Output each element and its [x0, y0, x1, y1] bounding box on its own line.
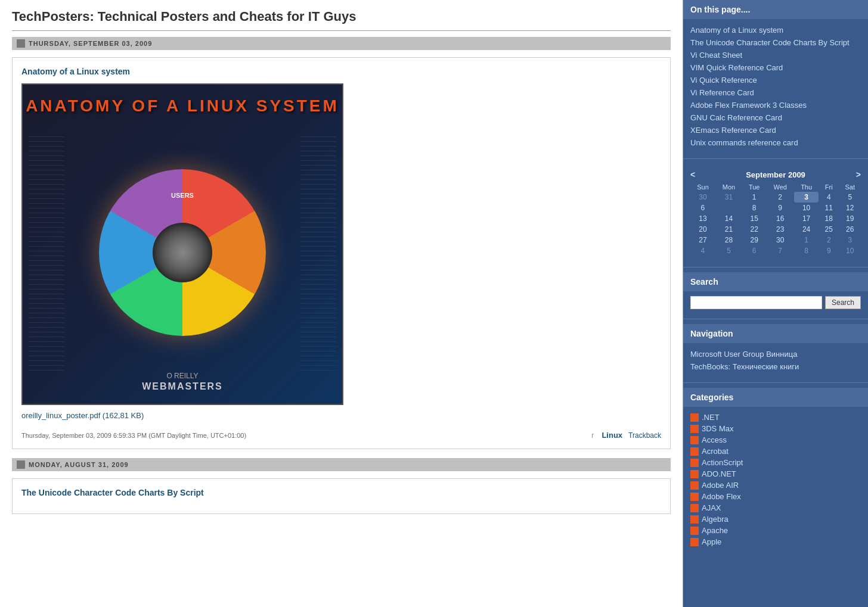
calendar-day[interactable]: 27: [690, 235, 715, 245]
category-link[interactable]: AJAX: [702, 503, 721, 512]
category-item: Adobe Flex: [690, 491, 861, 502]
category-link[interactable]: .NET: [702, 413, 720, 422]
category-item: ADO.NET: [690, 468, 861, 480]
calendar-day[interactable]: 10: [794, 203, 819, 213]
calendar-table: Sun Mon Tue Wed Thu Fri Sat 303112345689…: [690, 182, 861, 256]
calendar-day[interactable]: 6: [690, 203, 715, 213]
on-this-page-header: On this page....: [683, 0, 868, 19]
search-input[interactable]: [690, 296, 822, 309]
category-link[interactable]: Acrobat: [702, 447, 728, 456]
calendar-day[interactable]: 31: [715, 192, 742, 203]
on-this-page-link[interactable]: XEmacs Reference Card: [690, 124, 861, 136]
cal-fri: Fri: [819, 182, 839, 192]
categories-section: Categories .NET3DS MaxAccessAcrobatActio…: [683, 388, 868, 552]
calendar-prev[interactable]: <: [690, 170, 695, 179]
post-1-trackback[interactable]: Trackback: [628, 431, 661, 440]
calendar-day[interactable]: 30: [690, 192, 715, 203]
category-link[interactable]: Access: [702, 435, 727, 444]
calendar-day[interactable]: 14: [715, 213, 742, 224]
on-this-page-link[interactable]: Vi Cheat Sheet: [690, 49, 861, 61]
calendar-day[interactable]: 13: [690, 213, 715, 224]
calendar-day[interactable]: 1: [742, 192, 766, 203]
calendar-day[interactable]: 28: [715, 235, 742, 245]
calendar-day[interactable]: 4: [690, 245, 715, 256]
calendar-day[interactable]: 18: [819, 213, 839, 224]
on-this-page-link[interactable]: VIM Quick Reference Card: [690, 61, 861, 74]
calendar-day[interactable]: 30: [766, 235, 794, 245]
calendar-next[interactable]: >: [856, 170, 861, 179]
calendar-day[interactable]: 22: [742, 224, 766, 235]
category-link[interactable]: Apple: [702, 537, 721, 546]
calendar-day[interactable]: 26: [839, 224, 861, 235]
category-link[interactable]: Adobe Flex: [702, 492, 741, 501]
post-1-category[interactable]: Linux: [602, 431, 622, 440]
post-1-image-container[interactable]: ANATOMY OF A LINUX SYSTEM USERS O REILLY…: [21, 83, 661, 405]
on-this-page-link[interactable]: Anatomy of a Linux system: [690, 24, 861, 36]
category-icon: [690, 527, 699, 535]
navigation-link[interactable]: TechBooks: Технические книги: [690, 360, 861, 373]
search-button[interactable]: Search: [825, 296, 861, 309]
calendar-day[interactable]: 2: [766, 192, 794, 203]
category-link[interactable]: ActionScript: [702, 458, 743, 467]
cal-mon: Mon: [715, 182, 742, 192]
on-this-page-link[interactable]: Vi Quick Reference: [690, 74, 861, 86]
navigation-link[interactable]: Microsoft User Group Винница: [690, 348, 861, 360]
calendar-day[interactable]: 21: [715, 224, 742, 235]
calendar-day[interactable]: 5: [715, 245, 742, 256]
calendar-day[interactable]: 3: [794, 192, 819, 203]
linux-poster-image[interactable]: ANATOMY OF A LINUX SYSTEM USERS O REILLY…: [21, 83, 343, 405]
category-link[interactable]: ADO.NET: [702, 469, 736, 478]
calendar-days-header-row: Sun Mon Tue Wed Thu Fri Sat: [690, 182, 861, 192]
calendar-day[interactable]: 10: [839, 245, 861, 256]
post-1-title[interactable]: Anatomy of a Linux system: [21, 67, 661, 76]
cal-sun: Sun: [690, 182, 715, 192]
calendar-day[interactable]: 16: [766, 213, 794, 224]
category-link[interactable]: Algebra: [702, 515, 728, 524]
on-this-page-link[interactable]: GNU Calc Reference Card: [690, 111, 861, 124]
category-icon: [690, 436, 699, 444]
on-this-page-link[interactable]: Vi Reference Card: [690, 86, 861, 99]
calendar-day[interactable]: 11: [819, 203, 839, 213]
calendar-icon: [17, 39, 25, 48]
category-link[interactable]: Apache: [702, 526, 728, 535]
search-header: Search: [683, 272, 868, 291]
calendar-day[interactable]: 9: [766, 203, 794, 213]
calendar-day[interactable]: 2: [819, 235, 839, 245]
cal-sat: Sat: [839, 182, 861, 192]
calendar-day[interactable]: 1: [794, 235, 819, 245]
category-icon: [690, 504, 699, 512]
category-icon: [690, 470, 699, 478]
calendar-day[interactable]: 4: [819, 192, 839, 203]
category-link[interactable]: Adobe AIR: [702, 481, 739, 490]
calendar-day[interactable]: 19: [839, 213, 861, 224]
calendar-day[interactable]: 5: [839, 192, 861, 203]
calendar-day[interactable]: 7: [766, 245, 794, 256]
calendar-day[interactable]: 12: [839, 203, 861, 213]
calendar-day[interactable]: 23: [766, 224, 794, 235]
calendar-day[interactable]: 20: [690, 224, 715, 235]
category-item: ActionScript: [690, 457, 861, 468]
search-input-row: Search: [690, 296, 861, 309]
calendar-day[interactable]: 25: [819, 224, 839, 235]
calendar-row: 13141516171819: [690, 213, 861, 224]
calendar-day[interactable]: 29: [742, 235, 766, 245]
calendar-header: < September 2009 >: [690, 170, 861, 179]
calendar-body: 3031123456891011121314151617181920212223…: [690, 192, 861, 256]
calendar-day[interactable]: 8: [794, 245, 819, 256]
date-label-2: MONDAY, AUGUST 31, 2009: [29, 461, 129, 468]
calendar-day[interactable]: 6: [742, 245, 766, 256]
calendar-day[interactable]: [715, 203, 742, 213]
on-this-page-link[interactable]: Adobe Flex Framework 3 Classes: [690, 99, 861, 111]
calendar-day[interactable]: 3: [839, 235, 861, 245]
calendar-day[interactable]: 8: [742, 203, 766, 213]
category-item: Algebra: [690, 513, 861, 525]
calendar-day[interactable]: 9: [819, 245, 839, 256]
on-this-page-link[interactable]: The Unicode Character Code Charts By Scr…: [690, 36, 861, 49]
calendar-day[interactable]: 24: [794, 224, 819, 235]
calendar-day[interactable]: 17: [794, 213, 819, 224]
on-this-page-link[interactable]: Unix commands reference card: [690, 136, 861, 149]
post-2-title[interactable]: The Unicode Character Code Charts By Scr…: [21, 488, 661, 497]
category-link[interactable]: 3DS Max: [702, 424, 733, 433]
calendar-day[interactable]: 15: [742, 213, 766, 224]
post-1-file-link[interactable]: oreilly_linux_poster.pdf (162,81 KB): [21, 411, 144, 420]
